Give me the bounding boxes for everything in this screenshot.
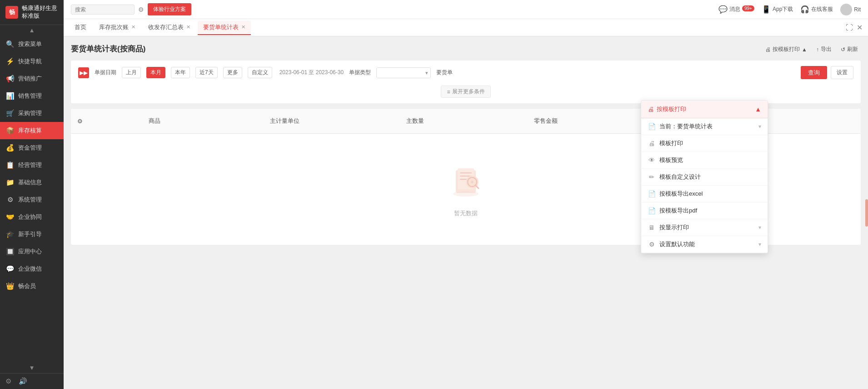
tab-inventory-batch-close[interactable]: ✕ xyxy=(131,24,135,30)
export-excel-label: 按模板导出excel xyxy=(659,190,761,198)
sidebar-item-sales[interactable]: 📊 销售管理 xyxy=(0,87,64,105)
sidebar-item-label: 采购管理 xyxy=(18,109,42,117)
volume-icon[interactable]: 🔊 xyxy=(19,377,27,385)
date-more[interactable]: 更多 xyxy=(223,67,242,78)
search-input[interactable] xyxy=(71,5,135,15)
chevron-down-icon-3: ▾ xyxy=(758,241,761,248)
display-print-label: 按显示打印 xyxy=(659,223,755,232)
export-icon: ↑ xyxy=(816,46,819,53)
tab-home[interactable]: 首页 xyxy=(69,20,92,35)
dropdown-export-excel[interactable]: 📄 按模板导出excel xyxy=(641,186,768,202)
sidebar-item-purchase[interactable]: 🛒 采购管理 xyxy=(0,105,64,122)
settings-icon[interactable]: ⚙ xyxy=(5,377,11,385)
settings-filter-btn[interactable]: 设置 xyxy=(831,66,853,79)
sidebar-item-label: 企业微信 xyxy=(18,265,42,273)
message-btn[interactable]: 💬 消息 99+ xyxy=(718,5,754,14)
svg-point-9 xyxy=(471,181,474,183)
dropdown-set-default[interactable]: ⚙ 设置默认功能 ▾ xyxy=(641,236,768,253)
sidebar-item-label: 经营管理 xyxy=(18,161,42,169)
column-settings-icon[interactable]: ⚙ xyxy=(77,118,83,125)
sidebar-scroll-down[interactable]: ▼ xyxy=(0,363,64,373)
app-download-label: App下载 xyxy=(773,5,793,13)
col-settings[interactable]: ⚙ xyxy=(71,114,89,128)
system-icon: ⚙ xyxy=(5,196,15,204)
template-print-btn[interactable]: 🖨 按模板打印 ▲ xyxy=(763,44,810,55)
sidebar-item-operations[interactable]: 📋 经营管理 xyxy=(0,157,64,174)
current-template-label: 当前：要货单统计表 xyxy=(659,122,755,131)
empty-illustration xyxy=(448,161,484,204)
date-current-year[interactable]: 本年 xyxy=(171,67,190,78)
tab-maximize[interactable]: ⛶ xyxy=(846,24,853,32)
basic-icon: 📁 xyxy=(5,178,15,187)
date-range-display: 2023-06-01 至 2023-06-30 xyxy=(279,69,344,76)
online-service-btn[interactable]: 🎧 在线客服 xyxy=(800,5,833,14)
order-type-select[interactable] xyxy=(376,67,431,78)
topbar-right: 💬 消息 99+ 📱 App下载 🎧 在线客服 Rit xyxy=(718,4,861,15)
app-download-btn[interactable]: 📱 App下载 xyxy=(762,5,793,14)
date-custom[interactable]: 自定义 xyxy=(248,67,272,78)
sidebar-item-guide[interactable]: 🎓 新手引导 xyxy=(0,226,64,243)
expand-down-icon: ≡ xyxy=(447,89,450,95)
sidebar-item-system[interactable]: ⚙ 系统管理 xyxy=(0,191,64,208)
tab-collection-summary-close[interactable]: ✕ xyxy=(186,24,190,30)
dropdown-current-template[interactable]: 📄 当前：要货单统计表 ▾ xyxy=(641,118,768,135)
query-btn[interactable]: 查询 xyxy=(801,66,827,79)
export-pdf-label: 按模板导出pdf xyxy=(659,207,761,215)
tab-order-summary-label: 要货单统计表 xyxy=(203,23,239,31)
member-icon: 👑 xyxy=(5,282,15,290)
sidebar-item-shortcut[interactable]: ⚡ 快捷导航 xyxy=(0,53,64,70)
sidebar-scroll-up[interactable]: ▲ xyxy=(0,25,64,35)
dropdown-display-print[interactable]: 🖥 按显示打印 ▾ xyxy=(641,219,768,236)
gear-icon[interactable]: ⚙ xyxy=(138,6,144,13)
sidebar-item-member[interactable]: 👑 畅会员 xyxy=(0,278,64,295)
experience-btn[interactable]: 体验行业方案 xyxy=(148,3,191,15)
filter-bar: ▶▶ 单据日期 上月 本月 本年 近7天 更多 自定义 2023-06-01 至… xyxy=(71,61,861,103)
tab-close-all[interactable]: ✕ xyxy=(857,23,863,32)
user-avatar[interactable]: Rit xyxy=(840,4,861,15)
appstore-icon: 🔲 xyxy=(5,248,15,256)
sidebar-item-wechat[interactable]: 💬 企业微信 xyxy=(0,260,64,278)
template-preview-icon: 👁 xyxy=(648,157,656,164)
sidebar-item-search[interactable]: 🔍 搜索菜单 xyxy=(0,35,64,53)
export-btn[interactable]: ↑ 导出 xyxy=(813,44,834,55)
printer-icon: 🖨 xyxy=(765,46,771,53)
dropdown-template-print[interactable]: 🖨 模板打印 xyxy=(641,135,768,152)
order-type-select-wrapper xyxy=(376,67,431,78)
sidebar-item-finance[interactable]: 💰 资金管理 xyxy=(0,139,64,157)
template-print-icon: 🖨 xyxy=(648,140,656,147)
app-version: 标准版 xyxy=(22,12,57,20)
tab-collection-summary[interactable]: 收发存汇总表 ✕ xyxy=(143,20,196,35)
topbar: ⚙ 体验行业方案 💬 消息 99+ 📱 App下载 🎧 在线客服 Rit xyxy=(64,0,868,19)
filter-expand-icon[interactable]: ▶▶ xyxy=(78,67,89,78)
sidebar-item-appstore[interactable]: 🔲 应用中心 xyxy=(0,243,64,260)
sidebar-item-inventory[interactable]: 📦 库存核算 xyxy=(0,122,64,139)
action-btns-bar: 🖨 按模板打印 ▲ ↑ 导出 ↺ 刷新 xyxy=(763,44,861,55)
username-label: Rit xyxy=(854,6,861,13)
dropdown-title: 🖨 按模板打印 xyxy=(648,105,686,113)
date-last-7[interactable]: 近7天 xyxy=(195,67,218,78)
dropdown-template-preview[interactable]: 👁 模板预览 xyxy=(641,152,768,169)
date-prev-month[interactable]: 上月 xyxy=(122,67,141,78)
expand-conditions-btn[interactable]: ≡ 展开更多条件 xyxy=(441,86,490,98)
sidebar-item-collab[interactable]: 🤝 企业协同 xyxy=(0,208,64,226)
col-retail: 零售金额 xyxy=(480,113,611,129)
refresh-btn[interactable]: ↺ 刷新 xyxy=(838,44,861,55)
order-type-label: 单据类型 xyxy=(349,69,371,76)
sidebar-item-marketing[interactable]: 📢 营销推广 xyxy=(0,70,64,87)
date-current-month[interactable]: 本月 xyxy=(146,67,165,78)
tab-inventory-batch[interactable]: 库存批次账 ✕ xyxy=(94,20,141,35)
tab-order-summary-close[interactable]: ✕ xyxy=(241,24,245,30)
filter-row-1: ▶▶ 单据日期 上月 本月 本年 近7天 更多 自定义 2023-06-01 至… xyxy=(78,66,853,79)
page-scrollbar[interactable] xyxy=(865,199,868,227)
dropdown-collapse-btn[interactable]: ▲ xyxy=(755,106,761,113)
template-design-label: 模板自定义设计 xyxy=(659,173,761,181)
tabbar: 首页 库存批次账 ✕ 收发存汇总表 ✕ 要货单统计表 ✕ ⛶ ✕ xyxy=(64,19,868,36)
dropdown-export-pdf[interactable]: 📄 按模板导出pdf xyxy=(641,202,768,219)
marketing-icon: 📢 xyxy=(5,75,15,83)
dropdown-template-design[interactable]: ✏ 模板自定义设计 xyxy=(641,169,768,186)
sidebar-item-basic[interactable]: 📁 基础信息 xyxy=(0,174,64,191)
tab-collection-summary-label: 收发存汇总表 xyxy=(148,23,184,31)
phone-icon: 📱 xyxy=(762,5,771,14)
tab-order-summary[interactable]: 要货单统计表 ✕ xyxy=(198,20,251,35)
sidebar-item-label: 库存核算 xyxy=(18,126,42,135)
